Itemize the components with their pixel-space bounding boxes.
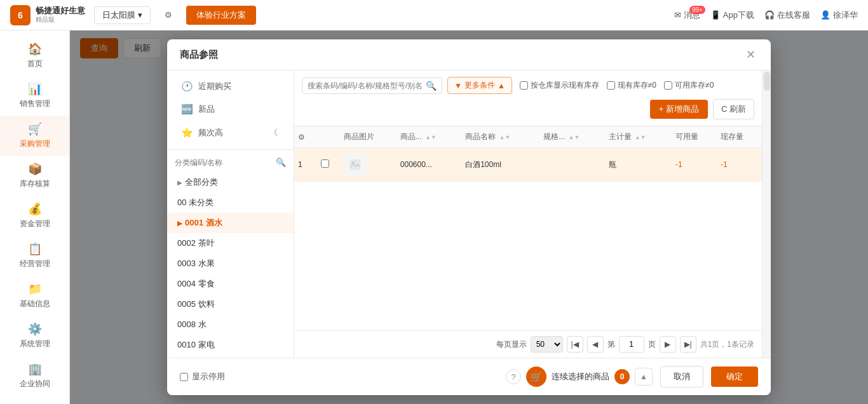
nav-gear-btn[interactable]: ⚙: [158, 5, 179, 25]
scroll-thumb[interactable]: [764, 72, 770, 91]
tab-recent-purchase[interactable]: 🕐 近期购买: [175, 76, 286, 97]
cat-item-0010[interactable]: 0010 家电: [167, 335, 294, 355]
cancel-btn[interactable]: 取消: [660, 366, 703, 387]
refresh-btn[interactable]: C 刷新: [713, 99, 754, 119]
modal-footer: 显示停用 ? 🛒 连续选择的商品 0 ▲ 取消 确定: [167, 358, 771, 395]
new-icon: 🆕: [181, 104, 193, 115]
more-filter-btn[interactable]: ▼ 更多条件 ▲: [447, 77, 512, 94]
disabled-checkbox[interactable]: [180, 373, 188, 381]
per-page-select[interactable]: 50 20 100: [531, 336, 563, 353]
username: 徐泽华: [833, 10, 858, 21]
modal-close-btn[interactable]: ✕: [743, 47, 758, 62]
right-panel: 🔍 ▼ 更多条件 ▲ 按仓库显示现有库存: [294, 71, 762, 358]
sidebar-item-finance[interactable]: 💰 资金管理: [0, 196, 69, 236]
table-row[interactable]: 1: [294, 148, 762, 182]
inventory-icon: 📦: [28, 162, 42, 176]
row-stock: -1: [717, 148, 762, 182]
collapse-up-btn[interactable]: ▲: [635, 368, 653, 386]
finance-icon: 💰: [28, 202, 42, 216]
confirm-btn[interactable]: 确定: [711, 367, 758, 387]
service-btn[interactable]: 🎧 在线客服: [764, 10, 810, 21]
cat-item-0008[interactable]: 0008 水: [167, 314, 294, 335]
content-area: 查询 刷新 设置 商品参照 ✕: [70, 30, 868, 404]
page-next-btn[interactable]: ▶: [660, 336, 676, 353]
sidebar-item-guide[interactable]: 📖 新手引导: [0, 396, 69, 404]
page-first-btn[interactable]: |◀: [567, 336, 583, 353]
col-spec[interactable]: 规格... ▲▼: [539, 126, 604, 148]
page-prev-btn[interactable]: ◀: [587, 336, 604, 353]
tab-new-product[interactable]: 🆕 新品: [175, 98, 286, 120]
sidebar-item-inventory[interactable]: 📦 库存核算: [0, 156, 69, 196]
cb-available[interactable]: 可用库存≠0: [664, 80, 714, 91]
tab-frequent-label: 频次高: [198, 127, 223, 138]
product-search-icon[interactable]: 🔍: [426, 81, 437, 91]
col-settings[interactable]: ⚙: [294, 126, 317, 148]
row-checkbox[interactable]: [321, 159, 329, 168]
nav-right: ✉ 消息 99+ 📱 App下载 🎧 在线客服 👤 徐泽华: [674, 10, 858, 21]
user-menu-btn[interactable]: 👤 徐泽华: [820, 10, 858, 21]
col-available: 可用量: [672, 126, 717, 148]
help-icon[interactable]: ?: [506, 369, 521, 384]
sidebar-item-ops[interactable]: 📋 经营管理: [0, 236, 69, 276]
cat-item-all[interactable]: ▶ 全部分类: [167, 172, 294, 192]
show-disabled-checkbox[interactable]: 显示停用: [180, 371, 225, 382]
tab-frequent[interactable]: ⭐ 频次高 《: [175, 121, 286, 144]
product-search-input[interactable]: [308, 81, 422, 90]
available-checkbox[interactable]: [664, 81, 672, 90]
trial-btn[interactable]: 体验行业方案: [186, 6, 256, 25]
cb-warehouse[interactable]: 按仓库显示现有库存: [520, 80, 599, 91]
product-table: ⚙ 商品图片 商品... ▲▼: [294, 126, 762, 330]
sidebar-item-home[interactable]: 🏠 首页: [0, 36, 69, 76]
cat-label: 全部分类: [185, 177, 218, 188]
col-name[interactable]: 商品名称 ▲▼: [461, 126, 539, 148]
right-toolbar: 🔍 ▼ 更多条件 ▲ 按仓库显示现有库存: [294, 71, 762, 126]
nav-dropdown-text: 日太阳膜: [102, 10, 135, 21]
col-code[interactable]: 商品... ▲▼: [397, 126, 461, 148]
product-thumb: [344, 153, 367, 176]
cat-label: 0003 水果: [177, 258, 215, 269]
cat-label: 0008 水: [177, 319, 207, 330]
chevron-up-icon: ▲: [498, 81, 505, 90]
cat-item-0004[interactable]: 0004 零食: [167, 274, 294, 294]
message-icon: ✉: [674, 10, 681, 20]
warehouse-checkbox[interactable]: [520, 81, 528, 90]
row-name: 白酒100ml: [461, 148, 539, 182]
app-download-btn[interactable]: 📱 App下载: [710, 10, 754, 21]
page-input[interactable]: [619, 336, 644, 353]
product-search-box: 🔍: [302, 77, 442, 94]
cat-item-00[interactable]: 00 未分类: [167, 192, 294, 213]
cat-item-0002[interactable]: 0002 茶叶: [167, 233, 294, 253]
existing-checkbox[interactable]: [607, 81, 615, 90]
cat-item-0003[interactable]: 0003 水果: [167, 253, 294, 274]
sidebar-item-sales[interactable]: 📊 销售管理: [0, 76, 69, 116]
cart-btn[interactable]: 🛒: [526, 367, 546, 387]
add-product-btn[interactable]: + 新增商品: [650, 100, 708, 119]
sidebar-item-system[interactable]: ⚙️ 系统管理: [0, 316, 69, 356]
sidebar-item-purchase[interactable]: 🛒 采购管理: [0, 116, 69, 156]
scroll-track[interactable]: [762, 71, 771, 358]
collapse-left-btn[interactable]: 《: [267, 126, 280, 139]
sidebar-label-system: 系统管理: [20, 339, 50, 349]
cat-label: 0010 家电: [177, 339, 215, 351]
headset-icon: 🎧: [764, 10, 775, 20]
cb-existing[interactable]: 现有库存≠0: [607, 80, 656, 91]
cat-item-0001[interactable]: ▶ 0001 酒水: [167, 213, 294, 233]
sidebar-label-inventory: 库存核算: [20, 178, 50, 189]
nav-dropdown[interactable]: 日太阳膜 ▾: [94, 6, 151, 24]
purchase-icon: 🛒: [28, 122, 42, 136]
nav-message-btn[interactable]: ✉ 消息 99+: [674, 10, 700, 21]
sidebar-label-home: 首页: [27, 58, 43, 69]
filter-label: 更多条件: [465, 80, 495, 91]
divider: [167, 149, 294, 150]
cat-search-icon[interactable]: 🔍: [276, 158, 286, 167]
page-last-btn[interactable]: ▶|: [680, 336, 696, 353]
row-check[interactable]: [317, 148, 340, 182]
sales-icon: 📊: [28, 82, 42, 96]
sidebar-item-enterprise[interactable]: 🏢 企业协同: [0, 356, 69, 396]
col-unit[interactable]: 主计量 ▲▼: [605, 126, 672, 148]
cat-search-input[interactable]: [175, 158, 272, 167]
sort-arrows-unit: ▲▼: [635, 134, 646, 140]
sort-arrows-code: ▲▼: [425, 134, 437, 140]
sidebar-item-basic[interactable]: 📁 基础信息: [0, 276, 69, 316]
cat-item-0005[interactable]: 0005 饮料: [167, 294, 294, 314]
